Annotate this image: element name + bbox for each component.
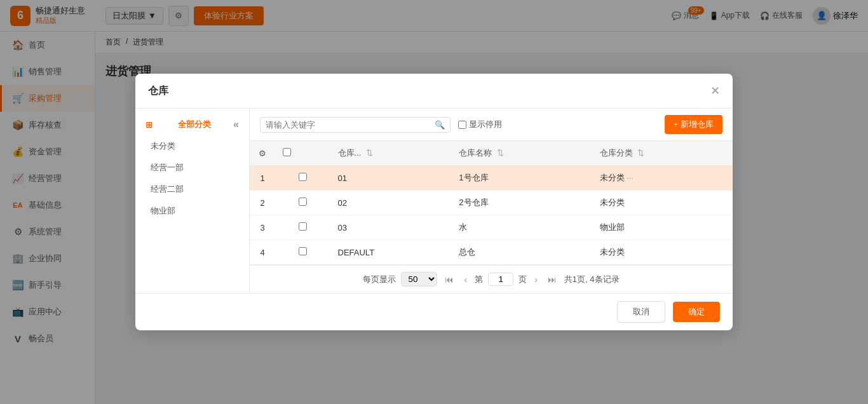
- row-category: 未分类 ···: [592, 166, 733, 191]
- row-checkbox[interactable]: [275, 240, 330, 265]
- new-warehouse-button[interactable]: + 新增仓库: [665, 115, 722, 134]
- settings-icon: ⚙: [259, 149, 266, 158]
- category-panel: ⊞ 全部分类 « 未分类 经营一部 经营二部 物业部: [135, 109, 250, 293]
- row-code: 02: [330, 191, 452, 215]
- row-actions[interactable]: ···: [627, 173, 634, 182]
- search-input[interactable]: [266, 120, 431, 130]
- select-all-checkbox[interactable]: [283, 148, 291, 156]
- dialog-toolbar: 🔍 显示停用 + 新增仓库: [250, 109, 733, 141]
- close-icon[interactable]: ✕: [710, 84, 720, 98]
- category-item-property[interactable]: 物业部: [135, 200, 249, 222]
- show-disabled-toggle[interactable]: 显示停用: [458, 119, 502, 130]
- modal-overlay: 仓库 ✕ ⊞ 全部分类 « 未分类 经营一部 经营二部 物业部: [0, 0, 868, 404]
- warehouse-table: ⚙ 仓库... ⇅ 仓库名称 ⇅ 仓库分类 ⇅ 1 01: [250, 141, 733, 265]
- table-row[interactable]: 2 02 2号仓库 未分类: [250, 191, 733, 215]
- warehouse-table-wrapper: ⚙ 仓库... ⇅ 仓库名称 ⇅ 仓库分类 ⇅ 1 01: [250, 141, 733, 265]
- th-code[interactable]: 仓库... ⇅: [330, 141, 452, 166]
- pagination: 每页显示 50 20 100 ⏮ ‹ 第 页 › ⏭ 共1页, 4条记录: [250, 265, 733, 293]
- dialog-header: 仓库 ✕: [135, 74, 733, 109]
- page-number-input[interactable]: [488, 273, 513, 286]
- dialog-title: 仓库: [148, 84, 168, 98]
- row-category: 未分类: [592, 191, 733, 215]
- category-item-dept2[interactable]: 经营二部: [135, 178, 249, 200]
- all-categories-item[interactable]: ⊞ 全部分类 «: [135, 114, 249, 135]
- row-name: 总仓: [451, 240, 592, 265]
- grid-icon: ⊞: [146, 120, 153, 130]
- confirm-button[interactable]: 确定: [673, 302, 720, 322]
- th-checkbox: [275, 141, 330, 166]
- search-icon[interactable]: 🔍: [435, 120, 445, 130]
- row-checkbox[interactable]: [275, 166, 330, 191]
- row-index: 4: [250, 240, 275, 265]
- collapse-button[interactable]: «: [233, 119, 239, 130]
- th-category[interactable]: 仓库分类 ⇅: [592, 141, 733, 166]
- table-header-row: ⚙ 仓库... ⇅ 仓库名称 ⇅ 仓库分类 ⇅: [250, 141, 733, 166]
- row-index: 2: [250, 191, 275, 215]
- table-row[interactable]: 4 DEFAULT 总仓 未分类: [250, 240, 733, 265]
- row-category: 物业部: [592, 215, 733, 240]
- dialog-body: ⊞ 全部分类 « 未分类 经营一部 经营二部 物业部 🔍: [135, 109, 733, 293]
- row-code: 01: [330, 166, 452, 191]
- row-index: 3: [250, 215, 275, 240]
- row-name: 1号仓库: [451, 166, 592, 191]
- row-index: 1: [250, 166, 275, 191]
- row-code: 03: [330, 215, 452, 240]
- th-name[interactable]: 仓库名称 ⇅: [451, 141, 592, 166]
- per-page-select[interactable]: 50 20 100: [401, 272, 437, 286]
- first-page-button[interactable]: ⏮: [442, 273, 456, 286]
- category-item-dept1[interactable]: 经营一部: [135, 157, 249, 178]
- row-name: 水: [451, 215, 592, 240]
- warehouse-dialog: 仓库 ✕ ⊞ 全部分类 « 未分类 经营一部 经营二部 物业部: [135, 74, 733, 330]
- dialog-footer: 取消 确定: [135, 293, 733, 330]
- row-name: 2号仓库: [451, 191, 592, 215]
- row-checkbox[interactable]: [275, 191, 330, 215]
- category-item-unclassified[interactable]: 未分类: [135, 135, 249, 157]
- row-checkbox[interactable]: [275, 215, 330, 240]
- row-code: DEFAULT: [330, 240, 452, 265]
- row-category: 未分类: [592, 240, 733, 265]
- table-body: 1 01 1号仓库 未分类 ··· 2 02 2号仓库: [250, 166, 733, 265]
- cancel-button[interactable]: 取消: [617, 301, 665, 323]
- show-disabled-checkbox[interactable]: [458, 121, 466, 129]
- dialog-right-panel: 🔍 显示停用 + 新增仓库 ⚙: [250, 109, 733, 293]
- next-page-button[interactable]: ›: [532, 273, 540, 286]
- table-row[interactable]: 1 01 1号仓库 未分类 ···: [250, 166, 733, 191]
- last-page-button[interactable]: ⏭: [545, 273, 559, 286]
- prev-page-button[interactable]: ‹: [461, 273, 470, 286]
- table-row[interactable]: 3 03 水 物业部: [250, 215, 733, 240]
- th-settings: ⚙: [250, 141, 275, 166]
- search-box: 🔍: [260, 117, 451, 133]
